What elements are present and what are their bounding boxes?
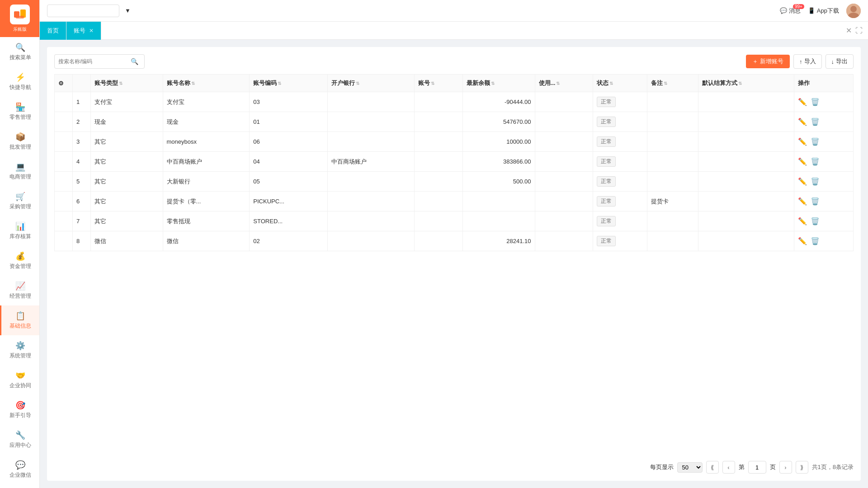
- message-icon: 💬: [780, 7, 787, 14]
- delete-icon[interactable]: 🗑️: [811, 237, 820, 245]
- sidebar-item-ecommerce[interactable]: 💻 电商管理: [0, 156, 39, 186]
- add-account-button[interactable]: ＋ 新增账号: [746, 55, 790, 68]
- sidebar-item-operations[interactable]: 📈 经营管理: [0, 276, 39, 305]
- sidebar-item-shortcut[interactable]: ⚡ 快捷导航: [0, 67, 39, 97]
- sidebar-item-enterprise[interactable]: 🤝 企业协同: [0, 365, 39, 395]
- row-action: ✏️ 🗑️: [794, 152, 853, 172]
- toolbar-right: ＋ 新增账号 ↑ 导入 ↓ 导出: [746, 54, 854, 69]
- edit-icon[interactable]: ✏️: [798, 177, 807, 186]
- export-button[interactable]: ↓ 导出: [826, 54, 854, 69]
- main-area: ▼ 💬 消息 99+ 📱 App下载 首页: [40, 0, 868, 488]
- row-name: 零售抵现: [163, 211, 250, 231]
- sidebar-item-wechat[interactable]: 💬 企业微信: [0, 455, 39, 484]
- appstore-icon: 🔧: [15, 430, 25, 440]
- sidebar-item-system[interactable]: ⚙️ 系统管理: [0, 335, 39, 365]
- col-type[interactable]: 账号类型⇅: [91, 75, 163, 92]
- sidebar-item-purchase[interactable]: 🛒 采购管理: [0, 186, 39, 216]
- tab-home[interactable]: 首页: [40, 22, 66, 40]
- sidebar-item-appstore[interactable]: 🔧 应用中心: [0, 425, 39, 455]
- tab-fullscreen-icon[interactable]: ⛶: [855, 27, 863, 35]
- edit-icon[interactable]: ✏️: [798, 197, 807, 206]
- table-row: 3 其它 moneybosx 06 10000.00 正常 ✏️ 🗑️: [55, 132, 854, 152]
- toolbar: 🔍 ＋ 新增账号 ↑ 导入 ↓ 导出: [54, 54, 854, 69]
- sidebar-item-finance[interactable]: 💰 资金管理: [0, 246, 39, 276]
- settings-gear-icon[interactable]: ⚙: [58, 80, 64, 87]
- ecommerce-icon: 💻: [15, 162, 25, 172]
- row-account-no: [415, 92, 463, 112]
- row-balance: [463, 192, 535, 211]
- page-last-button[interactable]: ⟫: [796, 461, 808, 474]
- sidebar-item-wholesale[interactable]: 📦 批发管理: [0, 127, 39, 156]
- col-bank[interactable]: 开户银行⇅: [328, 75, 415, 92]
- col-remark[interactable]: 备注⇅: [647, 75, 698, 92]
- delete-icon[interactable]: 🗑️: [811, 177, 820, 186]
- delete-icon[interactable]: 🗑️: [811, 117, 820, 126]
- sidebar-item-search[interactable]: 🔍 搜索菜单: [0, 37, 39, 67]
- tab-close-all-icon[interactable]: ✕: [846, 26, 852, 35]
- content-panel: 🔍 ＋ 新增账号 ↑ 导入 ↓ 导出: [47, 47, 861, 481]
- row-default-settlement: [698, 172, 794, 192]
- sidebar-item-basic[interactable]: 📋 基础信息: [0, 305, 39, 335]
- col-usage[interactable]: 使用...⇅: [535, 75, 593, 92]
- shortcut-icon: ⚡: [15, 72, 25, 82]
- sidebar-item-member[interactable]: 👥 畅会员: [0, 484, 39, 488]
- sidebar-item-inventory[interactable]: 📊 库存核算: [0, 216, 39, 246]
- delete-icon[interactable]: 🗑️: [811, 197, 820, 206]
- page-first-button[interactable]: ⟪: [706, 461, 719, 474]
- row-remark: [647, 152, 698, 172]
- content-area: 🔍 ＋ 新增账号 ↑ 导入 ↓ 导出: [40, 40, 868, 488]
- topbar-search-input[interactable]: [47, 5, 119, 17]
- search-icon[interactable]: 🔍: [131, 58, 138, 65]
- edit-icon[interactable]: ✏️: [798, 98, 807, 106]
- tab-account-label: 账号: [74, 27, 85, 35]
- topbar: ▼ 💬 消息 99+ 📱 App下载: [40, 0, 868, 22]
- topbar-dropdown[interactable]: ▼: [125, 7, 131, 14]
- message-button[interactable]: 💬 消息 99+: [780, 7, 801, 15]
- row-bank: [328, 132, 415, 152]
- app-download-button[interactable]: 📱 App下载: [808, 7, 839, 15]
- page-prev-button[interactable]: ‹: [722, 461, 735, 474]
- row-balance: [463, 211, 535, 231]
- delete-icon[interactable]: 🗑️: [811, 217, 820, 225]
- row-name: 中百商场账户: [163, 152, 250, 172]
- tab-account[interactable]: 账号 ✕: [66, 22, 101, 40]
- row-settings: [55, 192, 73, 211]
- col-name[interactable]: 账号名称⇅: [163, 75, 250, 92]
- row-type: 支付宝: [91, 92, 163, 112]
- tab-close-icon[interactable]: ✕: [89, 28, 94, 34]
- row-type: 其它: [91, 172, 163, 192]
- col-account-no[interactable]: 账号⇅: [415, 75, 463, 92]
- row-bank: [328, 92, 415, 112]
- edit-icon[interactable]: ✏️: [798, 137, 807, 146]
- import-button[interactable]: ↑ 导入: [793, 54, 822, 69]
- search-input[interactable]: [58, 58, 131, 65]
- edit-icon[interactable]: ✏️: [798, 237, 807, 245]
- col-status[interactable]: 状态⇅: [593, 75, 647, 92]
- sidebar-item-retail[interactable]: 🏪 零售管理: [0, 97, 39, 127]
- row-code: 02: [250, 231, 328, 251]
- sidebar-item-label: 库存核算: [9, 233, 31, 240]
- avatar[interactable]: [846, 4, 861, 18]
- page-number-input[interactable]: [748, 461, 766, 474]
- sidebar-item-label: 系统管理: [9, 352, 31, 360]
- edit-icon[interactable]: ✏️: [798, 217, 807, 225]
- delete-icon[interactable]: 🗑️: [811, 137, 820, 146]
- col-balance[interactable]: 最新余额⇅: [463, 75, 535, 92]
- delete-icon[interactable]: 🗑️: [811, 98, 820, 106]
- row-name: 支付宝: [163, 92, 250, 112]
- row-remark: [647, 172, 698, 192]
- col-code[interactable]: 账号编码⇅: [250, 75, 328, 92]
- edit-icon[interactable]: ✏️: [798, 157, 807, 166]
- delete-icon[interactable]: 🗑️: [811, 157, 820, 166]
- app-subtitle: 乐账版: [13, 26, 27, 33]
- inventory-icon: 📊: [15, 221, 25, 231]
- page-next-button[interactable]: ›: [779, 461, 792, 474]
- sidebar-item-guide[interactable]: 🎯 新手引导: [0, 395, 39, 425]
- row-default-settlement: [698, 211, 794, 231]
- row-type: 其它: [91, 152, 163, 172]
- row-usage: [535, 172, 593, 192]
- edit-icon[interactable]: ✏️: [798, 117, 807, 126]
- row-default-settlement: [698, 92, 794, 112]
- col-default-settlement[interactable]: 默认结算方式⇅: [698, 75, 794, 92]
- page-size-select[interactable]: 50 10 20 100: [677, 462, 703, 473]
